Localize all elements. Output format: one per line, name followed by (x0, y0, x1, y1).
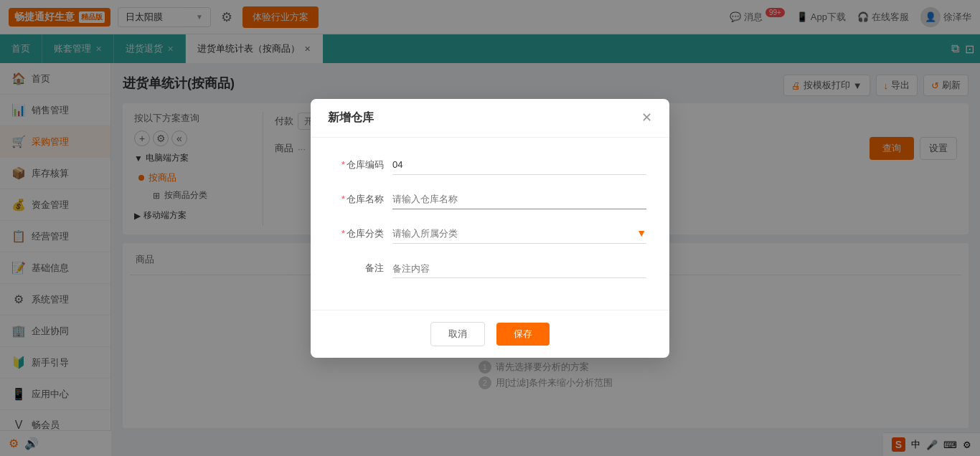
modal-body: 仓库编码 仓库名称 仓库分类 ▼ 备注 (311, 138, 669, 310)
form-label-name: 仓库名称 (334, 193, 384, 206)
save-button[interactable]: 保存 (496, 323, 550, 346)
form-row-code: 仓库编码 (334, 155, 646, 175)
modal-header: 新增仓库 ✕ (311, 99, 669, 138)
form-select-category[interactable] (392, 224, 636, 243)
form-textarea-remark[interactable] (392, 258, 646, 278)
form-label-category: 仓库分类 (334, 227, 384, 240)
modal-overlay: 新增仓库 ✕ 仓库编码 仓库名称 仓库分类 ▼ (0, 0, 980, 456)
form-label-code: 仓库编码 (334, 158, 384, 171)
form-row-category: 仓库分类 ▼ (334, 224, 646, 244)
modal-footer: 取消 保存 (311, 310, 669, 358)
category-dropdown-icon[interactable]: ▼ (636, 227, 646, 239)
form-row-name: 仓库名称 (334, 189, 646, 209)
form-input-name[interactable] (392, 189, 646, 209)
form-select-category-wrapper: ▼ (392, 224, 646, 244)
add-warehouse-modal: 新增仓库 ✕ 仓库编码 仓库名称 仓库分类 ▼ (311, 99, 669, 358)
form-row-remark: 备注 (334, 258, 646, 278)
form-label-remark: 备注 (334, 262, 384, 275)
form-input-code[interactable] (392, 155, 646, 175)
modal-close-button[interactable]: ✕ (641, 111, 652, 124)
modal-title: 新增仓库 (328, 110, 374, 125)
cancel-button[interactable]: 取消 (430, 322, 485, 346)
